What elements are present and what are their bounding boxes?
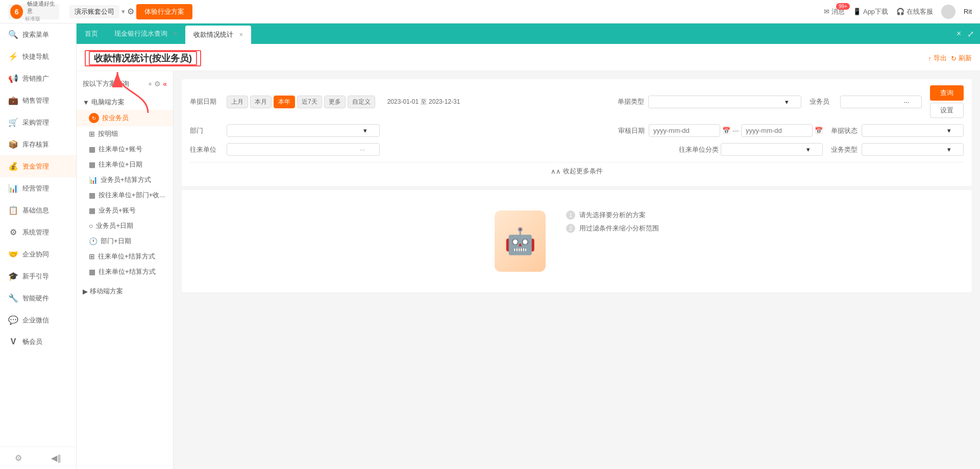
filter-row-2: 部门 ▾ 审核日期 📅 — [190,124,964,137]
query-button[interactable]: 查询 [930,85,964,101]
sidebar-item-collab[interactable]: 🤝 企业协同 [0,243,76,265]
tree-item-dept-date[interactable]: 🕐 部门+日期 [77,233,173,249]
split-layout: 按以下方案查询 + ⚙ « [77,71,980,469]
tree-item-by-salesperson[interactable]: ↻ 按业务员 [77,110,173,126]
doc-status-filter: 单据状态 ▾ [831,124,964,137]
review-date-to-input[interactable] [741,124,813,137]
date-btn-last-month[interactable]: 上月 [227,96,248,108]
scheme-settings-icon[interactable]: ⚙ [154,80,161,88]
sidebar-item-marketing[interactable]: 📢 营销推广 [0,67,76,89]
tab-cash[interactable]: 现金银行流水查询 × [106,24,185,44]
sidebar-item-wechat[interactable]: 💬 企业微信 [0,309,76,331]
sidebar-item-label: 经营管理 [22,184,49,193]
sidebar-item-operations[interactable]: 📊 经营管理 [0,177,76,199]
tree-item-partner-dept[interactable]: ▦ 按往来单位+部门+收... [77,187,173,203]
mobile-section-arrow-icon: ▶ [83,288,88,295]
tab-close-all-icon[interactable]: × [954,27,963,40]
trial-button[interactable]: 体验行业方案 [136,4,192,19]
sidebar-item-inventory[interactable]: 📦 库存核算 [0,133,76,155]
partner-select[interactable]: ··· [227,143,380,156]
tab-collection[interactable]: 收款情况统计 × [185,26,251,44]
salesperson-account-icon: ▦ [89,206,95,215]
refresh-button[interactable]: ↻ 刷新 [951,54,972,63]
tab-cash-close-icon[interactable]: × [174,30,177,37]
sidebar-item-system[interactable]: ⚙ 系统管理 [0,221,76,243]
sidebar-item-hardware[interactable]: 🔧 智能硬件 [0,287,76,309]
add-scheme-icon[interactable]: + [148,80,152,88]
salesperson-more-icon: ··· [903,98,909,106]
tab-collection-close-icon[interactable]: × [239,31,243,38]
sidebar-item-nav[interactable]: ⚡ 快捷导航 [0,45,76,67]
settings-button[interactable]: 设置 [930,103,964,118]
doc-type-label: 单据类型 [618,97,646,106]
tab-home-label: 首页 [85,29,98,38]
date-btn-this-month[interactable]: 本月 [250,96,272,108]
tree-item-detail[interactable]: ⊞ 按明细 [77,126,173,142]
tree-item-label: 往来单位+结算方式 [99,267,156,276]
dept-select[interactable]: ▾ [227,124,380,137]
date-btn-7days[interactable]: 近7天 [297,96,322,108]
tree-item-partner-settlement2[interactable]: ▦ 往来单位+结算方式 [77,264,173,279]
collapse-label: 收起更多条件 [563,167,603,176]
sidebar-item-purchase[interactable]: 🛒 采购管理 [0,111,76,133]
nav-icon: ⚡ [8,52,18,61]
company-dropdown-icon[interactable]: ▾ [121,8,125,15]
sidebar-item-sales[interactable]: 💼 销售管理 [0,89,76,111]
tree-item-salesperson-settlement[interactable]: 📊 业务员+结算方式 [77,172,173,187]
date-btn-this-year[interactable]: 本年 [274,96,295,108]
tab-home[interactable]: 首页 [77,24,106,44]
query-buttons: 查询 设置 [930,85,964,118]
page-title-box: 收款情况统计(按业务员) [85,50,201,66]
tree-item-partner-account[interactable]: ▦ 往来单位+账号 [77,142,173,157]
sidebar-item-guide[interactable]: 🎓 新手引导 [0,265,76,287]
user-avatar[interactable] [941,5,955,19]
review-date-from-input[interactable] [649,124,720,137]
sidebar-item-search[interactable]: 🔍 搜索菜单 [0,24,76,45]
app-download-item[interactable]: 📱 App下载 [853,7,888,16]
date-btn-more[interactable]: 更多 [324,96,346,108]
content-area: 首页 现金银行流水查询 × 收款情况统计 × × ⤢ 收款情况统计(按业务员) [77,24,980,469]
left-panel: 按以下方案查询 + ⚙ « [77,71,174,469]
sidebar-item-label: 库存核算 [22,140,49,149]
doc-type-filter: 单据类型 ▾ [618,96,801,108]
collapse-panel-icon[interactable]: « [163,80,167,88]
sidebar-collapse-icon[interactable]: ◀‖ [47,451,65,465]
date-btn-custom[interactable]: 自定义 [348,96,375,108]
tree-item-partner-settlement1[interactable]: ⊞ 往来单位+结算方式 [77,249,173,264]
tree-item-partner-date[interactable]: ▦ 往来单位+日期 [77,157,173,172]
operations-icon: 📊 [8,183,18,193]
sidebar-item-finance[interactable]: 💰 资金管理 [0,155,76,177]
partner-label: 往来单位 [190,145,218,154]
online-service-item[interactable]: 🎧 在线客服 [896,7,933,16]
tab-maximize-icon[interactable]: ⤢ [965,27,976,41]
doc-status-dropdown-icon: ▾ [947,127,951,134]
partner-category-select[interactable]: ▾ [721,143,823,156]
sidebar-item-basic[interactable]: 📋 基础信息 [0,199,76,221]
sidebar-item-label: 销售管理 [22,96,49,105]
refresh-label: 刷新 [959,54,972,63]
partner-cat-dropdown-icon: ▾ [806,146,810,153]
export-label: 导出 [934,54,947,63]
sidebar-item-member[interactable]: V 畅会员 [0,331,76,353]
biz-type-select[interactable]: ▾ [862,143,964,156]
messages-item[interactable]: ✉ 消息 99+ [824,7,845,16]
doc-status-label: 单据状态 [831,126,860,135]
tree-item-salesperson-date[interactable]: ○ 业务员+日期 [77,218,173,233]
desktop-section-header[interactable]: ▼ 电脑端方案 [77,95,173,110]
export-button[interactable]: ↑ 导出 [928,54,947,63]
empty-state: 🤖 1 请先选择要分析的方案 2 用过滤条件来缩小分析范围 [495,210,659,272]
salesperson-settlement-icon: 📊 [89,176,97,184]
marketing-icon: 📢 [8,74,18,83]
mobile-section-header[interactable]: ▶ 移动端方案 [77,284,173,299]
tree-item-salesperson-account[interactable]: ▦ 业务员+账号 [77,203,173,218]
company-name[interactable]: 演示账套公司 [69,5,119,18]
settings-gear-icon[interactable]: ⚙ [127,7,134,16]
doc-type-select[interactable]: ▾ [648,96,801,108]
top-bar-nav: 演示账套公司 ▾ ⚙ 体验行业方案 [69,4,824,19]
sidebar-settings-icon[interactable]: ⚙ [11,451,26,465]
doc-status-select[interactable]: ▾ [862,124,964,137]
collapse-button[interactable]: ∧∧ 收起更多条件 [190,162,964,180]
tree-item-label: 往来单位+账号 [99,145,142,154]
filter-row-3: 往来单位 ··· 往来单位分类 ▾ [190,143,964,156]
salesperson-select[interactable]: ··· [840,96,922,108]
